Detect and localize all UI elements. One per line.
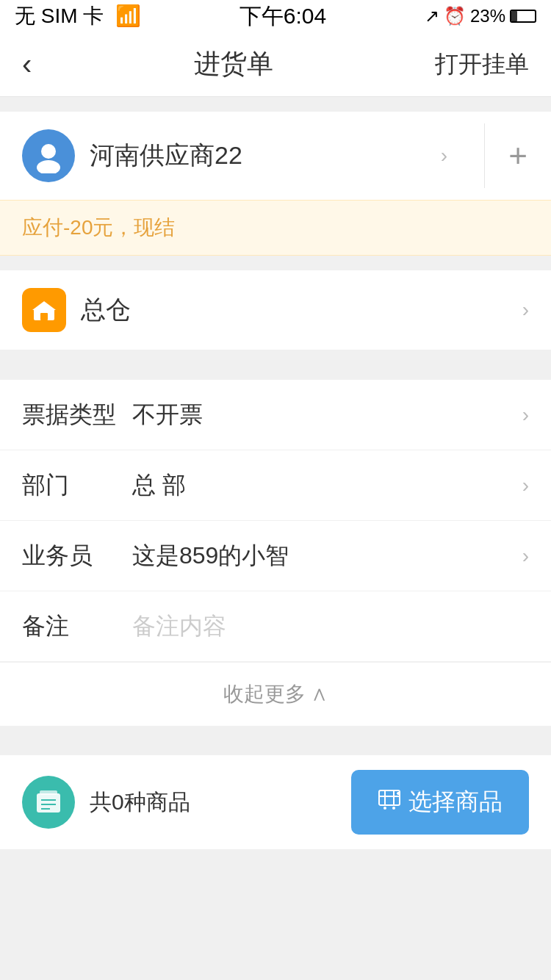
alarm-icon: ⏰	[444, 6, 466, 26]
battery-icon	[510, 10, 536, 23]
collapse-text: 收起更多 ∧	[223, 680, 328, 708]
empty-area	[0, 849, 551, 980]
notice-bar: 应付-20元，现结	[0, 200, 551, 256]
invoice-type-label: 票据类型	[22, 399, 125, 431]
cart-icon	[378, 788, 401, 817]
nav-bar: ‹ 进货单 打开挂单	[0, 32, 551, 97]
supplier-arrow-icon: ›	[441, 144, 447, 167]
location-icon: ↗	[425, 6, 439, 26]
status-right: ↗ ⏰ 23%	[425, 6, 536, 26]
supplier-select-button[interactable]: 河南供应商22 ›	[0, 112, 484, 200]
department-value: 总 部	[125, 469, 522, 502]
svg-rect-5	[37, 793, 60, 813]
back-button[interactable]: ‹	[22, 48, 32, 81]
remark-row[interactable]: 备注 备注内容	[0, 591, 551, 662]
invoice-type-arrow-icon: ›	[522, 403, 529, 427]
section-divider-4	[0, 726, 551, 741]
svg-rect-4	[40, 313, 48, 320]
svg-point-0	[41, 144, 56, 159]
supplier-section: 河南供应商22 › +	[0, 112, 551, 200]
select-product-button[interactable]: 选择商品	[351, 770, 529, 835]
select-product-label: 选择商品	[408, 786, 503, 818]
bottom-bar: 共0种商品 选择商品	[0, 755, 551, 849]
plus-icon: +	[508, 137, 527, 174]
status-time: 下午6:04	[240, 1, 326, 32]
section-divider-2	[0, 256, 551, 270]
collapse-button[interactable]: 收起更多 ∧	[0, 662, 551, 726]
department-arrow-icon: ›	[522, 474, 529, 497]
notice-text: 应付-20元，现结	[22, 216, 175, 239]
nav-title: 进货单	[194, 46, 273, 82]
salesperson-value: 这是859的小智	[125, 540, 522, 572]
svg-rect-6	[40, 790, 57, 795]
svg-point-1	[37, 160, 60, 173]
salesperson-arrow-icon: ›	[522, 544, 529, 568]
warehouse-select-button[interactable]: 总仓 ›	[0, 270, 551, 350]
salesperson-label: 业务员	[22, 540, 125, 572]
add-supplier-button[interactable]: +	[485, 112, 551, 200]
salesperson-row[interactable]: 业务员 这是859的小智 ›	[0, 521, 551, 591]
invoice-type-row[interactable]: 票据类型 不开票 ›	[0, 380, 551, 450]
status-bar: 无 SIM 卡 📶 下午6:04 ↗ ⏰ 23%	[0, 0, 551, 32]
product-icon-wrap	[22, 776, 75, 829]
section-divider-3	[0, 350, 551, 365]
supplier-avatar	[22, 129, 75, 182]
department-row[interactable]: 部门 总 部 ›	[0, 450, 551, 521]
open-pending-button[interactable]: 打开挂单	[435, 48, 529, 81]
invoice-type-value: 不开票	[125, 399, 522, 431]
svg-rect-10	[379, 790, 400, 805]
section-divider-1	[0, 97, 551, 112]
remark-value: 备注内容	[125, 610, 529, 643]
warehouse-icon	[22, 288, 66, 332]
warehouse-arrow-icon: ›	[522, 298, 529, 322]
product-count-text: 共0种商品	[90, 788, 336, 818]
status-left: 无 SIM 卡 📶	[15, 2, 141, 30]
remark-label: 备注	[22, 610, 125, 643]
supplier-name: 河南供应商22	[90, 139, 441, 173]
battery-text: 23%	[470, 6, 505, 26]
form-section: 票据类型 不开票 › 部门 总 部 › 业务员 这是859的小智 › 备注 备注…	[0, 380, 551, 726]
department-label: 部门	[22, 469, 125, 502]
warehouse-name: 总仓	[81, 293, 522, 327]
svg-marker-3	[32, 301, 56, 310]
svg-point-14	[383, 807, 386, 810]
svg-point-15	[392, 807, 395, 810]
